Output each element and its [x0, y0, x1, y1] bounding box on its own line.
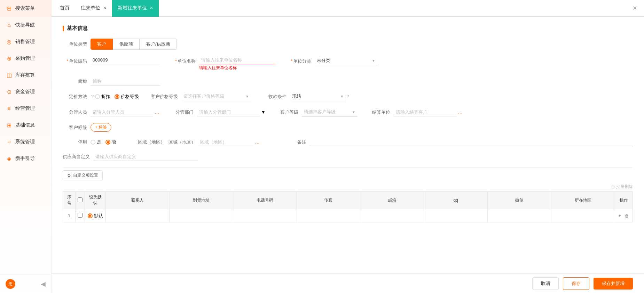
sidebar-item-purchase[interactable]: ⊕ 采购管理 [0, 50, 51, 67]
unit-type-supplier[interactable]: 供应商 [113, 39, 140, 50]
row-wechat-input[interactable] [490, 212, 549, 220]
col-phone: 电话号码 [233, 192, 297, 209]
region-input[interactable] [198, 138, 253, 146]
row-phone-input[interactable] [235, 212, 294, 220]
row-region[interactable] [551, 209, 615, 222]
contacts-table: 序号 设为默认 联系人 到货地址 电话号码 传真 邮箱 qq 微信 所在地区 操… [63, 191, 633, 222]
row-add-btn[interactable]: + [619, 213, 621, 218]
row-contact-input[interactable] [108, 212, 167, 220]
payment-terms-label: 收款条件 [262, 93, 290, 100]
customer-level-select[interactable]: 请选择客户等级 ▼ [302, 107, 358, 117]
sidebar-item-system[interactable]: ○ 系统管理 [0, 133, 51, 150]
unit-name-input[interactable] [199, 56, 276, 64]
row-qq-input[interactable] [426, 212, 485, 220]
region-label: 区域（地区） [137, 139, 168, 145]
payment-terms-select[interactable]: 现结 ▼ [290, 92, 346, 101]
manager-more-btn[interactable]: … [153, 109, 161, 115]
row-checkbox[interactable] [78, 213, 83, 218]
pricing-info-icon[interactable]: ? [91, 94, 94, 99]
region-more-btn[interactable]: … [253, 139, 261, 145]
sidebar-item-inventory[interactable]: ◫ 库存核算 [0, 67, 51, 83]
pricing-level-radio[interactable] [115, 94, 119, 99]
sidebar-item-basic-info[interactable]: ⊞ 基础信息 [0, 117, 51, 133]
disable-radio-group: 是 否 [91, 139, 116, 145]
manager-input[interactable] [91, 108, 153, 116]
settlement-more-btn[interactable]: … [456, 109, 464, 115]
remark-input[interactable] [310, 138, 633, 146]
disable-no[interactable]: 否 [105, 139, 116, 145]
disable-yes-radio[interactable] [91, 140, 95, 145]
row-default-radio[interactable] [88, 213, 93, 218]
disable-no-radio[interactable] [105, 140, 110, 145]
pricing-label: 定价方法 [63, 93, 91, 100]
short-name-input[interactable] [91, 77, 160, 86]
tab-partners[interactable]: 往来单位 ✕ [75, 0, 112, 17]
unit-type-both[interactable]: 客户/供应商 [140, 39, 177, 50]
row-delete-btn[interactable]: 🗑 [625, 213, 629, 218]
supplier-custom-row: 供应商自定义 [63, 153, 633, 161]
add-tag-btn[interactable]: + 标签 [91, 123, 111, 132]
sidebar-item-search-menu[interactable]: ⊟ 搜索菜单 [0, 0, 51, 17]
cancel-button[interactable]: 取消 [532, 277, 559, 290]
row-qq[interactable] [424, 209, 488, 222]
row-contact[interactable] [106, 209, 170, 222]
tab-partners-close[interactable]: ✕ [103, 6, 107, 10]
tags-label: 客户标签 [63, 124, 91, 131]
tab-bar: 首页 往来单位 ✕ 新增往来单位 ✕ ✕ [52, 0, 644, 17]
pricing-discount[interactable]: 折扣 [95, 93, 110, 100]
row-address[interactable] [170, 209, 233, 222]
row-default-radio-item[interactable]: 默认 [87, 213, 103, 219]
bottom-bar: 取消 保存 保存并新增 [52, 274, 644, 293]
settlement-input[interactable] [394, 108, 456, 116]
inventory-icon: ◫ [6, 72, 13, 79]
manager-row: 分管人员 … 分管部门 ▼ 客户等级 请选择客户等级 ▼ 结算单位 … [63, 107, 633, 117]
custom-settings-btn[interactable]: ⚙ 自定义项设置 [63, 170, 103, 180]
unit-info-row: 单位编码 单位名称 请输入往来单位名称 单位分类 未分类 ▼ [63, 56, 633, 71]
customer-price-level-select[interactable]: 请选择客户价格等级 ▼ [181, 92, 251, 101]
sidebar-item-sales[interactable]: ◎ 销售管理 [0, 33, 51, 50]
sidebar-item-operations[interactable]: ≡ 经营管理 [0, 100, 51, 117]
pricing-level[interactable]: 价格等级 [115, 93, 139, 100]
row-fax[interactable] [297, 209, 360, 222]
supplier-custom-label: 供应商自定义 [63, 154, 93, 160]
payment-terms-chevron: ▼ [340, 95, 344, 98]
save-and-new-button[interactable]: 保存并新增 [594, 278, 633, 290]
window-close-btn[interactable]: ✕ [628, 5, 641, 11]
sidebar-item-finance[interactable]: ⊙ 资金管理 [0, 83, 51, 100]
unit-code-label: 单位编码 [63, 56, 91, 64]
supplier-custom-input[interactable] [93, 153, 198, 161]
sidebar-item-quick-nav[interactable]: ⌂ 快捷导航 [0, 17, 51, 33]
unit-type-customer[interactable]: 客户 [91, 39, 113, 50]
sidebar-item-new-guide[interactable]: ◈ 新手引导 [0, 150, 51, 167]
unit-category-select[interactable]: 未分类 ▼ [315, 56, 377, 65]
disable-yes[interactable]: 是 [91, 139, 101, 145]
contacts-table-section: ⊟ 批量删除 序号 设为默认 联系人 到货地址 电话号码 传真 邮箱 qq [63, 184, 633, 222]
pricing-radio-group: 折扣 价格等级 [95, 93, 139, 100]
pricing-discount-radio[interactable] [95, 94, 100, 99]
row-num: 1 [63, 209, 76, 222]
row-region-input[interactable] [553, 212, 613, 220]
batch-delete-btn[interactable]: ⊟ 批量删除 [611, 184, 633, 190]
sidebar-bottom: 用 ◀ [0, 275, 51, 293]
save-button[interactable]: 保存 [563, 277, 589, 290]
tab-home[interactable]: 首页 [54, 0, 75, 17]
dept-chevron: ▼ [261, 109, 266, 115]
row-email[interactable] [360, 209, 424, 222]
customer-level-label: 客户等级 [274, 109, 302, 115]
sidebar-collapse-btn[interactable]: ◀ [41, 280, 46, 288]
tab-new-partner[interactable]: 新增往来单位 ✕ [112, 0, 159, 17]
row-fax-input[interactable] [299, 212, 358, 220]
row-address-input[interactable] [172, 212, 231, 220]
unit-code-input[interactable] [91, 56, 160, 64]
row-email-input[interactable] [362, 212, 422, 220]
row-wechat[interactable] [487, 209, 551, 222]
section-title-basic-info: 基本信息 [63, 25, 633, 32]
guide-icon: ◈ [6, 155, 13, 162]
row-phone[interactable] [233, 209, 297, 222]
select-all-checkbox[interactable] [78, 197, 83, 202]
tab-new-partner-close[interactable]: ✕ [150, 6, 153, 10]
form-area: 基本信息 单位类型 客户 供应商 客户/供应商 单位编码 单位名称 请输入往来单… [52, 17, 644, 274]
dept-input[interactable] [197, 108, 260, 116]
unit-name-label: 单位名称 [171, 56, 199, 64]
payment-terms-info-icon[interactable]: ? [346, 94, 349, 99]
